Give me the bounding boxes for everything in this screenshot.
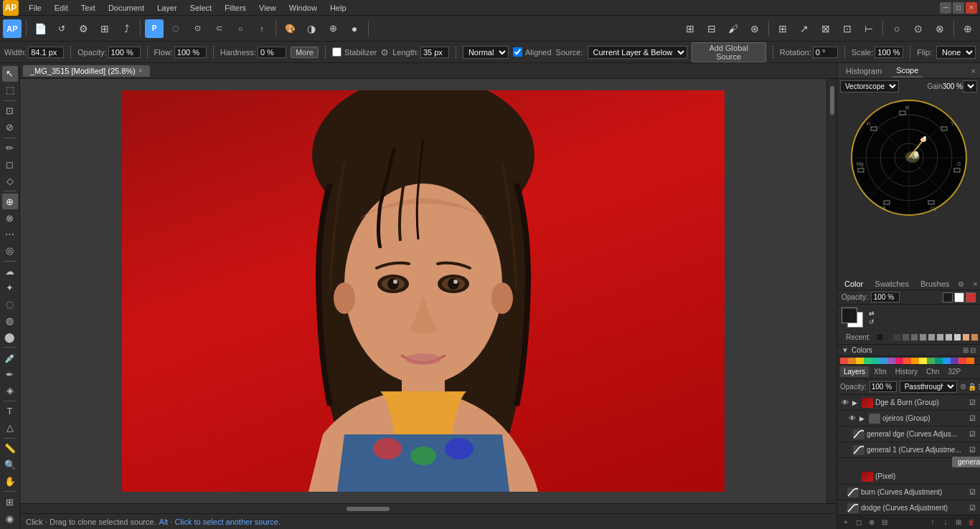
width-input[interactable] bbox=[28, 47, 64, 58]
layer-row-dge-burn[interactable]: 👁 ▶ Dge & Burn (Group) ☑ bbox=[837, 395, 980, 411]
palette-swatch-12[interactable] bbox=[935, 358, 943, 364]
move-up-icon[interactable]: ↑ bbox=[927, 517, 938, 528]
selection-tool[interactable]: ⬚ bbox=[2, 82, 18, 98]
palette-swatch-1[interactable] bbox=[848, 358, 856, 364]
recent-swatch-12[interactable] bbox=[971, 333, 979, 341]
view-options-icon[interactable]: ⊞ bbox=[773, 19, 792, 38]
crop-tool[interactable]: ⊡ bbox=[2, 103, 18, 119]
xfm-tab[interactable]: Xfm bbox=[870, 366, 890, 377]
reset-colors-icon[interactable]: ↺ bbox=[869, 318, 875, 325]
color-tool[interactable]: ◉ bbox=[2, 510, 18, 526]
aligned-checkbox[interactable] bbox=[513, 47, 522, 57]
histogram-tab[interactable]: Histogram bbox=[842, 65, 886, 77]
tone-persona-icon[interactable]: ⊂ bbox=[209, 19, 228, 38]
vectorscope-dropdown[interactable]: Vectorscope bbox=[840, 80, 899, 92]
extras6-icon[interactable]: ⊗ bbox=[930, 19, 949, 38]
menu-text[interactable]: Text bbox=[75, 2, 101, 14]
layers-settings-icon[interactable]: ⚙ bbox=[960, 383, 966, 391]
color-wheel-icon[interactable]: ⊕ bbox=[324, 19, 342, 38]
node-tool[interactable]: ◈ bbox=[2, 383, 18, 399]
export2-icon[interactable]: ↗ bbox=[795, 19, 814, 38]
photo-persona-icon[interactable]: P bbox=[145, 19, 164, 38]
recent-swatch-2[interactable] bbox=[885, 333, 892, 341]
burn-tool-btn[interactable]: ◍ bbox=[2, 313, 18, 328]
palette-swatch-7[interactable] bbox=[895, 358, 903, 364]
measure-tool[interactable]: 📏 bbox=[2, 441, 18, 457]
layers-opacity-input[interactable] bbox=[870, 381, 897, 392]
palette-swatch-4[interactable] bbox=[872, 358, 880, 364]
opacity-swatch-red[interactable] bbox=[966, 292, 976, 302]
palette-swatch-13[interactable] bbox=[943, 358, 951, 364]
clone-tool[interactable]: ⊕ bbox=[2, 194, 18, 209]
palette-swatch-5[interactable] bbox=[880, 358, 887, 364]
group-layers-icon[interactable]: ⊞ bbox=[953, 517, 964, 528]
extra1-icon[interactable]: ⊠ bbox=[816, 19, 835, 38]
export-persona-icon[interactable]: ↑ bbox=[253, 19, 271, 38]
tone-icon[interactable]: ◑ bbox=[302, 19, 321, 38]
menu-edit[interactable]: Edit bbox=[49, 2, 74, 14]
palette-swatch-2[interactable] bbox=[856, 358, 864, 364]
palette-swatch-16[interactable] bbox=[966, 358, 974, 364]
recent-swatch-10[interactable] bbox=[953, 333, 961, 341]
new-doc-icon[interactable]: 📄 bbox=[31, 19, 50, 38]
maximize-button[interactable]: □ bbox=[953, 2, 964, 14]
brushes-tab[interactable]: Brushes bbox=[918, 278, 952, 290]
brush-settings-icon[interactable]: 🖌 bbox=[724, 19, 743, 38]
layer-checkbox-general-dge[interactable]: ☑ bbox=[967, 429, 977, 439]
patch-tool[interactable]: ⋯ bbox=[2, 227, 18, 242]
colors-section-expand-icon[interactable]: ▼ bbox=[842, 346, 849, 354]
recent-swatch-4[interactable] bbox=[902, 333, 910, 341]
blur-tool[interactable]: ☁ bbox=[2, 264, 18, 280]
gain-dropdown[interactable]: ▼ bbox=[963, 80, 977, 92]
palette-swatch-9[interactable] bbox=[911, 358, 919, 364]
close-button[interactable]: × bbox=[966, 2, 977, 14]
menu-layer[interactable]: Layer bbox=[151, 2, 183, 14]
recent-swatch-9[interactable] bbox=[945, 333, 953, 341]
colors-grid-icon[interactable]: ⊟ bbox=[970, 346, 976, 354]
recent-swatch-5[interactable] bbox=[910, 333, 918, 341]
recent-swatch-7[interactable] bbox=[928, 333, 936, 341]
open-icon[interactable]: ↺ bbox=[52, 19, 71, 38]
layer-checkbox-general-1[interactable]: ☑ bbox=[967, 445, 977, 455]
expand-icon[interactable]: ⊞ bbox=[95, 19, 114, 38]
colors-settings-icon[interactable]: ⊞ bbox=[963, 346, 969, 354]
palette-swatch-6[interactable] bbox=[887, 358, 895, 364]
menu-document[interactable]: Document bbox=[103, 2, 150, 14]
straighten-tool[interactable]: ⊘ bbox=[2, 120, 18, 135]
add-pixel-layer-icon[interactable]: + bbox=[840, 517, 852, 528]
flip-dropdown[interactable]: None bbox=[936, 46, 976, 59]
snapping-icon[interactable]: ⊟ bbox=[702, 19, 721, 38]
opacity-input[interactable] bbox=[108, 47, 141, 58]
scope-tab[interactable]: Scope bbox=[892, 65, 923, 77]
canvas-tab-mg3515[interactable]: _MG_3515 [Modified] (25.8%) × bbox=[23, 65, 150, 77]
recent-swatch-8[interactable] bbox=[936, 333, 944, 341]
settings-cog-icon[interactable]: ⚙ bbox=[74, 19, 93, 38]
add-adjustment-icon[interactable]: ⊕ bbox=[866, 517, 877, 528]
share-upload-icon[interactable]: ⤴ bbox=[117, 19, 136, 38]
layer-expand-dge-burn[interactable]: ▶ bbox=[852, 399, 859, 406]
chn-tab[interactable]: Chn bbox=[923, 366, 943, 377]
extra3-icon[interactable]: ⊢ bbox=[859, 19, 878, 38]
dodge-tool-btn[interactable]: ◌ bbox=[2, 297, 18, 313]
assistant-icon[interactable]: ⊛ bbox=[745, 19, 764, 38]
pen-tool[interactable]: ✒ bbox=[2, 366, 18, 382]
layer-eye-dge-burn[interactable]: 👁 bbox=[840, 398, 850, 408]
horizontal-scrollbar[interactable] bbox=[20, 503, 837, 513]
menu-select[interactable]: Select bbox=[184, 2, 218, 14]
layer-checkbox-burn[interactable]: ☑ bbox=[967, 487, 977, 497]
develop-persona-icon[interactable]: ⊙ bbox=[188, 19, 207, 38]
menu-help[interactable]: Help bbox=[324, 2, 352, 14]
recent-swatch-11[interactable] bbox=[962, 333, 970, 341]
canvas-area[interactable] bbox=[20, 79, 826, 503]
palette-swatch-10[interactable] bbox=[919, 358, 927, 364]
scale-input[interactable] bbox=[875, 47, 903, 58]
paint-brush-tool[interactable]: ✏ bbox=[2, 140, 18, 156]
layer-checkbox-dge-burn[interactable]: ☑ bbox=[967, 398, 977, 408]
shape-tool[interactable]: △ bbox=[2, 420, 18, 436]
move-down-icon[interactable]: ↓ bbox=[940, 517, 951, 528]
layer-row-dodge[interactable]: dodge (Curves Adjustment) ☑ bbox=[837, 500, 980, 515]
length-input[interactable] bbox=[420, 47, 449, 58]
layer-row-pixel-sub[interactable]: (Pixel) bbox=[837, 469, 980, 485]
white-balance-icon[interactable]: ● bbox=[345, 19, 364, 38]
color-picker-toolbar-icon[interactable]: 🎨 bbox=[281, 19, 299, 38]
